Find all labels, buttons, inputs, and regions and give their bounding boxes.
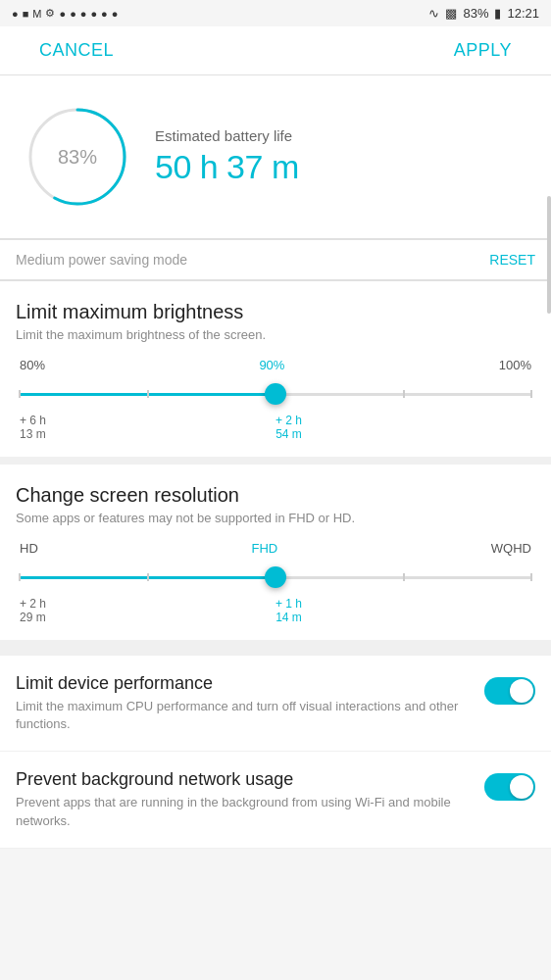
brightness-tick-0 [19,390,21,398]
app-icon-2: ● [70,8,76,20]
brightness-label-100: 100% [499,358,531,372]
brightness-tick-25 [147,390,149,398]
apply-button[interactable]: APPLY [454,40,512,61]
wifi-icon: ∿ [428,6,439,21]
app-icon-3: ● [80,8,87,20]
performance-section: Limit device performance Limit the maxim… [0,648,551,752]
resolution-time-mid: + 1 h 14 m [276,597,302,624]
reset-button[interactable]: RESET [489,252,535,268]
brightness-time-labels: + 6 h 13 m + 2 h 54 m [20,414,531,441]
mode-bar: Medium power saving mode RESET [0,239,551,281]
brightness-labels: 80% 90% 100% [20,358,531,372]
res-label-hd: HD [20,541,38,556]
signal-icon: ▩ [445,6,457,21]
brightness-desc: Limit the maximum brightness of the scre… [16,327,535,342]
performance-title: Limit device performance [16,673,465,694]
clock: 12:21 [507,6,539,21]
battery-percent: 83% [463,6,488,21]
res-tick-0 [19,573,21,581]
brightness-thumb[interactable] [265,383,286,405]
network-section: Prevent background network usage Prevent… [0,752,551,848]
app-icon-1: ● [59,8,66,20]
brightness-slider-container: 80% 90% 100% + 6 h 13 m + 2 h [16,358,535,441]
app-icon-4: ● [90,8,97,20]
battery-label: Estimated battery life [155,127,527,144]
battery-circle: 83% [24,103,131,211]
brightness-label-90: 90% [259,358,284,372]
top-nav: CANCEL APPLY [0,26,551,75]
resolution-slider-track[interactable] [20,560,531,595]
resolution-thumb[interactable] [265,566,286,588]
battery-section: 83% Estimated battery life 50 h 37 m [0,75,551,239]
status-bar: ● ■ M ⚙ ● ● ● ● ● ● ∿ ▩ 83% ▮ 12:21 [0,0,551,26]
brightness-time-0: + 6 h 13 m [20,414,46,441]
performance-desc: Limit the maximum CPU performance and tu… [16,698,465,733]
brightness-section: Limit maximum brightness Limit the maxim… [0,281,551,465]
fb-icon: ● [12,8,19,20]
res-tick-75 [403,573,405,581]
performance-text: Limit device performance Limit the maxim… [16,673,484,733]
resolution-time-labels: + 2 h 29 m + 1 h 14 m [20,597,531,624]
res-label-wqhd: WQHD [491,541,531,556]
resolution-labels: HD FHD WQHD [20,541,531,556]
resolution-section: Change screen resolution Some apps or fe… [0,465,551,648]
battery-time: 50 h 37 m [155,148,527,186]
network-toggle[interactable] [484,773,535,801]
battery-info: Estimated battery life 50 h 37 m [155,127,527,186]
brightness-title: Limit maximum brightness [16,301,535,323]
status-icons: ● ■ M ⚙ ● ● ● ● ● ● [12,7,118,20]
scroll-indicator [547,196,551,314]
settings-icon: ⚙ [45,7,55,20]
gmail-icon: M [32,8,41,20]
resolution-title: Change screen resolution [16,484,535,507]
resolution-slider-container: HD FHD WQHD + 2 h 29 m + 1 h 14 m [16,541,535,624]
app-icon-6: ● [112,8,119,20]
res-tick-100 [530,573,532,581]
res-label-fhd: FHD [251,541,277,556]
resolution-desc: Some apps or features may not be support… [16,511,535,525]
brightness-tick-100 [530,390,532,398]
network-desc: Prevent apps that are running in the bac… [16,794,465,829]
cancel-button[interactable]: CANCEL [39,40,114,61]
brightness-label-80: 80% [20,358,45,372]
performance-toggle[interactable] [484,677,535,705]
network-title: Prevent background network usage [16,769,465,790]
brightness-time-mid: + 2 h 54 m [276,414,302,441]
photo-icon: ■ [23,8,29,20]
brightness-tick-75 [403,390,405,398]
brightness-slider-track[interactable] [20,376,531,412]
status-right: ∿ ▩ 83% ▮ 12:21 [428,6,539,21]
mode-label: Medium power saving mode [16,252,187,268]
battery-circle-text: 83% [58,146,97,169]
network-text: Prevent background network usage Prevent… [16,769,484,829]
app-icon-5: ● [101,8,108,20]
res-tick-25 [147,573,149,581]
resolution-time-0: + 2 h 29 m [20,597,46,624]
battery-icon: ▮ [494,6,501,21]
